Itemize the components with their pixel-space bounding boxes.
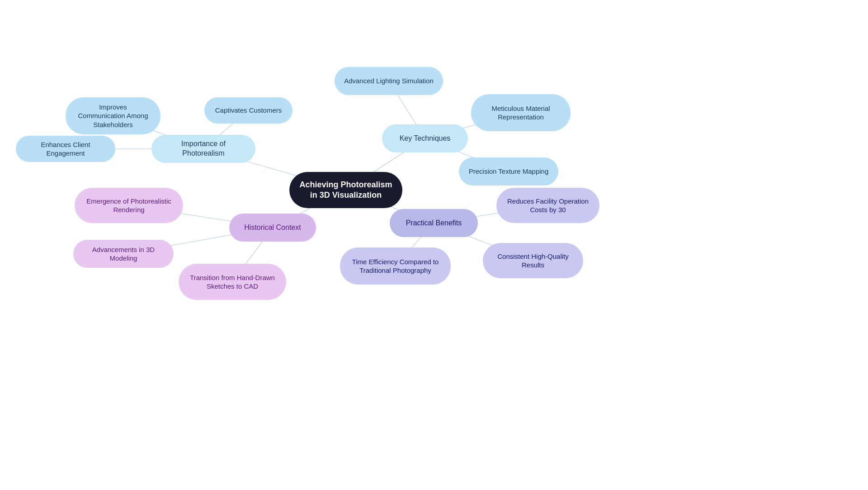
improves-comm-node[interactable]: Improves Communication Among Stakeholder… (66, 97, 160, 134)
time-efficiency-node[interactable]: Time Efficiency Compared to Traditional … (340, 247, 451, 285)
precision-texture-node[interactable]: Precision Texture Mapping (459, 157, 558, 186)
emergence-node[interactable]: Emergence of Photorealistic Rendering (75, 188, 183, 223)
importance-node[interactable]: Importance of Photorealism (151, 135, 255, 163)
reduces-facility-node[interactable]: Reduces Facility Operation Costs by 30 (496, 188, 599, 223)
historical-context-node[interactable]: Historical Context (229, 214, 316, 242)
advanced-lighting-node[interactable]: Advanced Lighting Simulation (335, 67, 443, 95)
transition-node[interactable]: Transition from Hand-Drawn Sketches to C… (179, 264, 286, 300)
practical-benefits-node[interactable]: Practical Benefits (390, 209, 478, 237)
meticulous-material-node[interactable]: Meticulous Material Representation (471, 94, 571, 131)
advancements-node[interactable]: Advancements in 3D Modeling (73, 240, 174, 268)
center-node[interactable]: Achieving Photorealism in 3D Visualizati… (289, 172, 402, 208)
captivates-node[interactable]: Captivates Customers (204, 97, 292, 124)
consistent-quality-node[interactable]: Consistent High-Quality Results (483, 243, 583, 278)
key-techniques-node[interactable]: Key Techniques (382, 124, 468, 152)
enhances-node[interactable]: Enhances Client Engagement (16, 136, 115, 162)
